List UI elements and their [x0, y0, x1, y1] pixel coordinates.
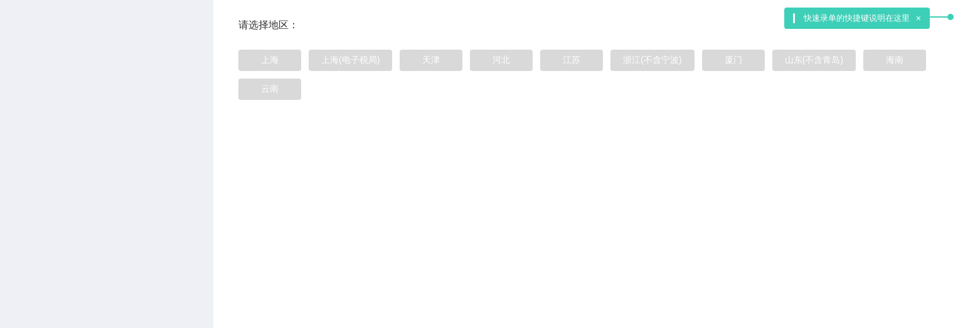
tooltip-banner: 快速录单的快捷键说明在这里 ×: [784, 8, 930, 29]
region-btn-shanghai-etax[interactable]: 上海(电子税局): [309, 50, 392, 71]
region-btn-yunnan[interactable]: 云南: [238, 79, 301, 100]
tooltip-text: 快速录单的快捷键说明在这里: [804, 13, 910, 24]
left-panel: [0, 0, 213, 328]
region-btn-xiamen[interactable]: 厦门: [702, 50, 765, 71]
region-btn-hainan[interactable]: 海南: [863, 50, 926, 71]
region-buttons-container: 上海上海(电子税局)天津河北江苏浙江(不含宁波)厦门山东(不含青岛)海南云南: [238, 50, 955, 100]
region-btn-jiangsu[interactable]: 江苏: [540, 50, 603, 71]
region-btn-zhejiang[interactable]: 浙江(不含宁波): [610, 50, 694, 71]
tooltip-close-button[interactable]: ×: [916, 13, 921, 23]
tooltip-connector-line: [929, 16, 947, 18]
main-content: 请选择地区： 上海上海(电子税局)天津河北江苏浙江(不含宁波)厦门山东(不含青岛…: [213, 0, 980, 328]
tooltip-connector-dot: [947, 14, 954, 20]
region-btn-hebei[interactable]: 河北: [470, 50, 533, 71]
region-btn-shanghai[interactable]: 上海: [238, 50, 301, 71]
region-btn-tianjin[interactable]: 天津: [400, 50, 462, 71]
region-btn-shandong[interactable]: 山东(不含青岛): [772, 50, 856, 71]
